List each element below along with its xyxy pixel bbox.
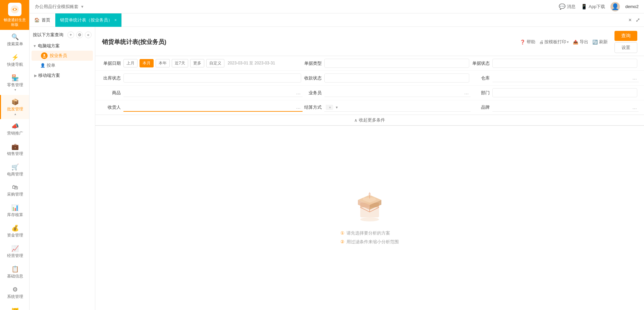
add-scheme-btn[interactable]: + [67, 32, 74, 38]
app-download-icon: 📱 [581, 4, 587, 10]
last-month-btn[interactable]: 上月 [123, 59, 138, 67]
pc-scheme-group-header[interactable]: ▼ 电脑端方案 [30, 42, 95, 50]
doc-type-select[interactable] [324, 59, 469, 68]
sidebar-logo[interactable]: 畅捷通好生意标版 [0, 0, 29, 30]
sidebar-item-wholesale[interactable]: 📦 批发管理 ▴ [0, 95, 29, 119]
doc-type-cell: 单据类型 [303, 59, 471, 68]
home-icon: 🏠 [34, 17, 40, 22]
avatar[interactable]: 👤 [610, 2, 620, 11]
settlement-chevron-icon[interactable]: ▾ [336, 105, 338, 110]
tab-close-all-btn[interactable]: × [627, 16, 633, 24]
pc-scheme-group: ▼ 电脑端方案 按业务员 👤 按单 [30, 41, 95, 70]
sidebar-item-shortcut[interactable]: ⚡ 快捷导航 [0, 50, 29, 71]
sidebar-item-finance[interactable]: 💰 资金管理 [0, 221, 29, 242]
settings-button[interactable]: 设置 [614, 42, 637, 53]
sidebar-item-search[interactable]: 🔍 搜索菜单 [0, 30, 29, 50]
filter-row-1: 单据日期 上月 本月 本年 近7天 更多 自定义 2023-03-01 至 20… [95, 56, 644, 71]
sidebar-item-system[interactable]: ⚙ 系统管理 [0, 282, 29, 303]
sidebar-item-basic[interactable]: 📋 基础信息 [0, 262, 29, 282]
out-status-select-wrapper [123, 73, 301, 83]
sidebar-item-purchase[interactable]: 🛍 采购管理 [0, 180, 29, 201]
salesman-input-area[interactable]: … [324, 89, 471, 97]
goods-input-area[interactable]: … [123, 89, 303, 97]
this-month-btn[interactable]: 本月 [140, 59, 154, 67]
tip1-num: ① [340, 229, 344, 238]
mobile-group: ▶ 移动端方案 [30, 70, 95, 81]
empty-icon [353, 190, 386, 223]
sidebar-item-operation[interactable]: 📈 经营管理 [0, 242, 29, 262]
out-status-select[interactable] [123, 73, 301, 83]
sidebar-item-system-label: 系统管理 [7, 294, 23, 300]
sidebar-item-ecommerce[interactable]: 🛒 电商管理 [0, 160, 29, 180]
retail-icon: 🏪 [11, 74, 19, 82]
pc-group-name: 电脑端方案 [38, 43, 60, 49]
mobile-group-header[interactable]: ▶ 移动端方案 [30, 71, 95, 80]
brand-input-area[interactable]: … [492, 103, 639, 112]
collapse-panel-btn[interactable]: « [85, 32, 92, 38]
query-button[interactable]: 查询 [614, 31, 637, 41]
scheme-item-salesman[interactable]: 按业务员 [32, 51, 93, 61]
tab-home[interactable]: 🏠 首页 [30, 13, 55, 27]
message-label: 消息 [567, 4, 576, 10]
goods-cell: 商品 … [101, 89, 303, 97]
empty-state: ① 请先选择要分析的方案 ② 用过滤条件来缩小分析范围 [95, 126, 644, 310]
receiver-input-area[interactable]: … [123, 103, 303, 112]
dept-select[interactable] [492, 88, 637, 97]
doc-status-cell: 单据状态 [471, 59, 639, 68]
this-year-btn[interactable]: 本年 [156, 59, 170, 67]
sidebar-item-enterprise[interactable]: 🤝 企业协同 [0, 303, 29, 310]
app-download-label: App下载 [589, 4, 605, 10]
brand-dots-btn[interactable]: … [632, 105, 637, 110]
sidebar-item-retail[interactable]: 🏪 零售管理 ▾ [0, 71, 29, 95]
app-download-btn[interactable]: 📱 App下载 [581, 4, 605, 10]
last7days-btn[interactable]: 近7天 [172, 59, 188, 67]
more-date-btn[interactable]: 更多 [190, 59, 204, 67]
warehouse-dots-btn[interactable]: … [632, 75, 637, 81]
page-header: 销货单统计表(按业务员) ❓ 帮助 🖨 按模板打印 ▾ 📤 [95, 27, 644, 56]
warehouse-label: 仓库 [471, 75, 492, 81]
warehouse-input-area[interactable]: … [492, 74, 639, 82]
sidebar: 畅捷通好生意标版 🔍 搜索菜单 ⚡ 快捷导航 🏪 零售管理 ▾ 📦 批发管理 ▴… [0, 0, 30, 310]
sales-icon: 💼 [11, 143, 19, 150]
message-btn[interactable]: 💬 消息 [559, 3, 576, 10]
svg-point-3 [360, 217, 379, 221]
help-btn[interactable]: ❓ 帮助 [520, 39, 535, 45]
tab-home-label: 首页 [42, 17, 50, 23]
logo-icon [8, 3, 21, 16]
settings-scheme-btn[interactable]: ⚙ [76, 32, 83, 38]
salesman-dots-btn[interactable]: … [464, 90, 469, 95]
export-btn[interactable]: 📤 导出 [573, 39, 588, 45]
doc-status-select[interactable] [492, 59, 637, 68]
date-range: 2023-03-01 至 2023-03-31 [228, 60, 275, 66]
out-status-cell: 出库状态 [101, 73, 303, 83]
pay-status-select[interactable] [324, 73, 469, 83]
tab-sales-stat[interactable]: 销货单统计表（按业务员） × [55, 13, 122, 27]
sidebar-item-inventory[interactable]: 📊 库存核算 [0, 201, 29, 221]
left-panel-actions: + ⚙ « [67, 32, 92, 38]
operation-icon: 📈 [11, 245, 19, 252]
sidebar-item-marketing[interactable]: 📣 营销推广 [0, 119, 29, 140]
goods-dots-btn[interactable]: … [296, 90, 301, 95]
receiver-dots-btn[interactable]: … [296, 104, 301, 110]
refresh-btn[interactable]: 🔄 刷新 [592, 39, 608, 45]
collapse-row[interactable]: ∧ 收起更多条件 [95, 115, 644, 125]
scheme-sub-item[interactable]: 👤 按单 [30, 61, 95, 70]
export-icon: 📤 [573, 40, 578, 45]
workspace-arrow-icon[interactable]: ▾ [81, 4, 84, 9]
out-status-label: 出库状态 [101, 75, 123, 81]
basic-icon: 📋 [11, 265, 19, 273]
sidebar-item-sales[interactable]: 💼 销售管理 [0, 140, 29, 160]
tip1-text: 请先选择要分析的方案 [346, 229, 390, 238]
refresh-icon: 🔄 [592, 40, 598, 45]
filter-section: 单据日期 上月 本月 本年 近7天 更多 自定义 2023-03-01 至 20… [95, 56, 644, 126]
template-print-btn[interactable]: 🖨 按模板打印 ▾ [539, 39, 569, 45]
doc-type-select-wrapper [324, 59, 469, 68]
custom-date-btn[interactable]: 自定义 [206, 59, 224, 67]
sidebar-nav: 🔍 搜索菜单 ⚡ 快捷导航 🏪 零售管理 ▾ 📦 批发管理 ▴ 📣 营销推广 💼… [0, 30, 29, 310]
tab-close-icon[interactable]: × [114, 18, 117, 22]
warehouse-cell: 仓库 … [471, 74, 639, 82]
tab-fullscreen-btn[interactable]: ⤢ [634, 15, 641, 24]
settlement-tag-close-btn[interactable]: × [329, 105, 331, 109]
sidebar-item-shortcut-label: 快捷导航 [7, 62, 23, 67]
search-icon: 🔍 [11, 33, 19, 41]
